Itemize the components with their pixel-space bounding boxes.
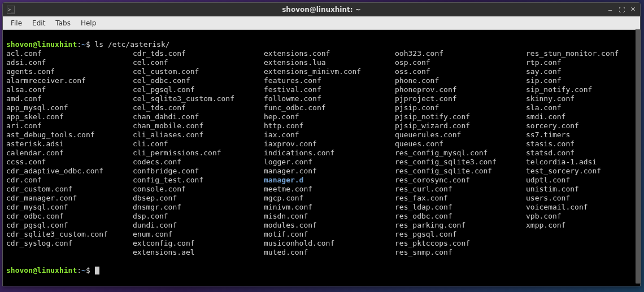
ls-entry-file: modules.conf (264, 221, 395, 230)
window-title: shovon@linuxhint: ~ (282, 6, 361, 14)
ls-entry-file: app_mysql.conf (6, 103, 133, 112)
ls-entry-file: res_config_mysql.conf (395, 149, 526, 158)
terminal-window: >_ shovon@linuxhint: ~ – ⛶ ✕ File Edit T… (2, 2, 641, 286)
terminal-body[interactable]: shovon@linuxhint:~$ ls /etc/asterisk/ ac… (3, 30, 640, 286)
prompt-colon: : (77, 40, 81, 49)
ls-entry-file: calendar.conf (6, 149, 133, 158)
ls-entry-file: alarmreceiver.conf (6, 76, 133, 85)
ls-entry-file: chan_dahdi.conf (133, 112, 264, 121)
ls-entry-file: say.conf (526, 67, 637, 76)
ls-entry-file: iaxprov.conf (264, 140, 395, 149)
ls-entry-file: sip.conf (526, 76, 637, 85)
ls-entry-file: agents.conf (6, 67, 133, 76)
ls-entry-file: cli.conf (133, 140, 264, 149)
ls-entry-file: extensions.ael (133, 248, 264, 257)
ls-entry-file: cdr_tds.conf (133, 49, 264, 58)
terminal-app-icon: >_ (6, 5, 15, 14)
prompt-path: ~ (81, 40, 86, 49)
ls-entry-file: ari.conf (6, 121, 133, 130)
ls-entry-file: cel_tds.conf (133, 103, 264, 112)
ls-entry-file: alsa.conf (6, 85, 133, 94)
ls-entry-file: xmpp.conf (526, 221, 637, 230)
menu-file[interactable]: File (6, 18, 27, 29)
ls-entry-file: musiconhold.conf (264, 239, 395, 248)
ls-entry-file: cel_pgsql.conf (133, 85, 264, 94)
ls-entry-file: res_stun_monitor.conf (526, 49, 637, 58)
ls-entry-file: ss7.timers (526, 130, 637, 140)
ls-entry-file: cdr_pgsql.conf (6, 221, 133, 230)
ls-entry-dir: manager.d (264, 176, 395, 185)
menubar: File Edit Tabs Help (3, 16, 640, 30)
ls-entry-file: users.conf (526, 194, 637, 203)
ls-entry-file: ooh323.conf (395, 49, 526, 58)
ls-entry-file: sip_notify.conf (526, 85, 637, 94)
ls-entry-file: osp.conf (395, 58, 526, 67)
ls-entry-file: cdr_custom.conf (6, 185, 133, 194)
ls-entry-file: muted.conf (264, 248, 395, 257)
ls-entry-file: stasis.conf (526, 140, 637, 149)
ls-entry-file: telcordia-1.adsi (526, 158, 637, 167)
ls-entry-file: res_corosync.conf (395, 176, 526, 185)
ls-entry-file: res_snmp.conf (395, 248, 526, 257)
close-button[interactable]: ✕ (628, 5, 638, 14)
ls-entry-file: meetme.conf (264, 185, 395, 194)
ls-entry-file: res_pktccops.conf (395, 239, 526, 248)
ls-entry-file: res_curl.conf (395, 185, 526, 194)
ls-entry-file: res_pgsql.conf (395, 230, 526, 239)
ls-entry-file: res_parking.conf (395, 221, 526, 230)
ls-entry-file: cel_odbc.conf (133, 76, 264, 85)
ls-entry-file: dbsep.conf (133, 194, 264, 203)
ls-entry-file: skinny.conf (526, 94, 637, 103)
prompt-path-2: ~ (81, 266, 86, 274)
ls-entry-file: extconfig.conf (133, 239, 264, 248)
ls-entry-file: cel_custom.conf (133, 67, 264, 76)
ls-entry-file: extensions_minivm.conf (264, 67, 395, 76)
ls-entry-file: pjsip_notify.conf (395, 112, 526, 121)
ls-entry-file: amd.conf (6, 94, 133, 103)
ls-entry-file: test_sorcery.conf (526, 167, 637, 176)
menu-tabs[interactable]: Tabs (51, 18, 75, 29)
svg-text:>_: >_ (8, 7, 14, 12)
ls-entry-file: res_config_sqlite3.conf (395, 158, 526, 167)
scrollbar-thumb[interactable] (636, 29, 641, 284)
ls-entry-file: cdr_sqlite3_custom.conf (6, 230, 133, 239)
window-controls: – ⛶ ✕ (605, 5, 638, 14)
ls-entry-file: cdr_mysql.conf (6, 203, 133, 212)
ls-entry-file: queuerules.conf (395, 130, 526, 140)
ls-entry-file: cli_aliases.conf (133, 130, 264, 140)
ls-entry-file: app_skel.conf (6, 112, 133, 121)
menu-edit[interactable]: Edit (28, 18, 50, 29)
prompt-user-host-2: shovon@linuxhint (6, 266, 77, 274)
cursor (95, 267, 99, 274)
ls-entry-file: cdr_adaptive_odbc.conf (6, 167, 133, 176)
ls-entry-file: func_odbc.conf (264, 103, 395, 112)
ls-entry-file: udptl.conf (526, 176, 637, 185)
ls-entry-file: sorcery.conf (526, 121, 637, 130)
ls-entry-file: codecs.conf (133, 158, 264, 167)
ls-entry-file: cdr_manager.conf (6, 194, 133, 203)
maximize-button[interactable]: ⛶ (616, 5, 626, 14)
ls-entry-file: res_fax.conf (395, 194, 526, 203)
ls-entry-file: sla.conf (526, 103, 637, 112)
ls-entry-file: dundi.conf (133, 221, 264, 230)
ls-entry-file: cli_permissions.conf (133, 149, 264, 158)
ls-entry-file: features.conf (264, 76, 395, 85)
ls-entry-file: console.conf (133, 185, 264, 194)
ls-entry-file: iax.conf (264, 130, 395, 140)
ls-entry-file: extensions.lua (264, 58, 395, 67)
ls-entry-file: logger.conf (264, 158, 395, 167)
ls-entry-file: extensions.conf (264, 49, 395, 58)
minimize-button[interactable]: – (605, 5, 615, 14)
scrollbar[interactable] (636, 29, 641, 284)
ls-entry-file: vpb.conf (526, 212, 637, 221)
ls-entry-file: hep.conf (264, 112, 395, 121)
ls-entry-file: pjproject.conf (395, 94, 526, 103)
ls-entry-file: manager.conf (264, 167, 395, 176)
menu-help[interactable]: Help (76, 18, 101, 29)
ls-entry-file: pjsip.conf (395, 103, 526, 112)
ls-entry-file: minivm.conf (264, 203, 395, 212)
ls-entry-file: acl.conf (6, 49, 133, 58)
titlebar[interactable]: >_ shovon@linuxhint: ~ – ⛶ ✕ (3, 3, 640, 16)
ls-entry-file: cdr_odbc.conf (6, 212, 133, 221)
ls-entry-file: config_test.conf (133, 176, 264, 185)
